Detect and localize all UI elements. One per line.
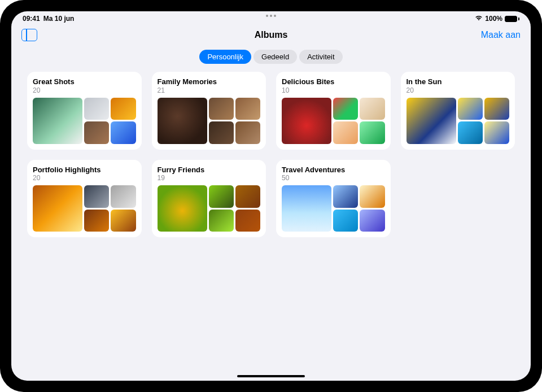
thumbnail-image (333, 210, 358, 232)
ipad-frame: 09:41 Ma 10 jun 100% Albums Maak aan Pe (0, 0, 542, 392)
thumbnail-image (235, 185, 260, 208)
thumbnail-image (360, 210, 384, 232)
thumbnail-image (84, 210, 109, 232)
thumbnail-image (111, 121, 136, 144)
album-title: Delicious Bites (282, 77, 385, 86)
nav-bar: Albums Maak aan (11, 24, 531, 46)
thumbnail-image (111, 98, 136, 120)
thumbnail-image (333, 98, 358, 120)
tab-personal[interactable]: Persoonlijk (199, 50, 251, 64)
album-card-portfolio-highlights[interactable]: Portfolio Highlights 20 (27, 160, 142, 238)
status-bar: 09:41 Ma 10 jun 100% (11, 11, 531, 24)
thumbnail-image (235, 121, 260, 144)
thumbnail-image (158, 185, 207, 232)
album-card-delicious-bites[interactable]: Delicious Bites 10 (276, 72, 391, 150)
album-thumbnails (158, 98, 261, 144)
album-title: In the Sun (406, 77, 510, 86)
thumbnail-image (360, 121, 384, 144)
home-indicator[interactable] (237, 375, 305, 377)
tab-shared[interactable]: Gedeeld (253, 50, 297, 64)
album-title: Furry Friends (158, 165, 261, 175)
segmented-control: Persoonlijk Gedeeld Activiteit (199, 50, 342, 64)
battery-icon (505, 16, 519, 22)
album-thumbnails (282, 98, 385, 144)
segmented-control-row: Persoonlijk Gedeeld Activiteit (11, 46, 531, 72)
thumbnail-image (484, 121, 509, 144)
thumbnail-image (406, 98, 456, 144)
screen: 09:41 Ma 10 jun 100% Albums Maak aan Pe (11, 11, 531, 381)
album-card-great-shots[interactable]: Great Shots 20 (27, 72, 142, 150)
thumbnail-image (209, 210, 234, 232)
thumbnail-image (209, 98, 234, 120)
page-title: Albums (255, 30, 288, 40)
album-thumbnails (33, 98, 136, 144)
thumbnail-image (282, 98, 331, 144)
thumbnail-image (111, 210, 136, 232)
album-card-in-the-sun[interactable]: In the Sun 20 (401, 72, 515, 150)
album-card-furry-friends[interactable]: Furry Friends 19 (152, 160, 266, 238)
thumbnail-image (33, 98, 82, 144)
album-count: 50 (282, 174, 385, 182)
thumbnail-image (84, 185, 109, 208)
thumbnail-image (111, 185, 136, 208)
album-title: Great Shots (33, 77, 136, 86)
thumbnail-image (360, 185, 384, 208)
album-title: Travel Adventures (282, 165, 385, 175)
album-count: 20 (33, 86, 136, 94)
tab-activity[interactable]: Activiteit (299, 50, 342, 64)
thumbnail-image (360, 98, 384, 120)
thumbnail-image (484, 98, 509, 120)
battery-percent: 100% (485, 15, 502, 23)
content-area: Great Shots 20 Family Memories 21 (11, 72, 531, 381)
thumbnail-image (333, 185, 358, 208)
thumbnail-image (84, 98, 109, 120)
album-count: 20 (33, 174, 136, 182)
status-time: 09:41 (23, 15, 40, 23)
album-title: Family Memories (158, 77, 261, 86)
album-thumbnails (33, 185, 136, 232)
thumbnail-image (235, 98, 260, 120)
thumbnail-image (209, 185, 234, 208)
album-thumbnails (406, 98, 510, 144)
multitask-indicator[interactable] (266, 15, 276, 17)
album-thumbnails (158, 185, 261, 232)
thumbnail-image (282, 185, 331, 232)
thumbnail-image (458, 121, 483, 144)
thumbnail-image (33, 185, 82, 232)
album-count: 10 (282, 86, 385, 94)
thumbnail-image (235, 210, 260, 232)
thumbnail-image (84, 121, 109, 144)
album-count: 19 (158, 174, 261, 182)
create-button[interactable]: Maak aan (481, 30, 521, 40)
album-card-travel-adventures[interactable]: Travel Adventures 50 (276, 160, 391, 238)
album-card-family-memories[interactable]: Family Memories 21 (152, 72, 266, 150)
thumbnail-image (209, 121, 234, 144)
sidebar-toggle-button[interactable] (21, 29, 37, 41)
album-thumbnails (282, 185, 385, 232)
album-count: 21 (158, 86, 261, 94)
album-grid: Great Shots 20 Family Memories 21 (27, 72, 515, 237)
wifi-icon (475, 15, 483, 23)
album-count: 20 (406, 86, 510, 94)
status-date: Ma 10 jun (43, 15, 75, 23)
thumbnail-image (333, 121, 358, 144)
album-title: Portfolio Highlights (33, 165, 136, 175)
thumbnail-image (158, 98, 207, 144)
thumbnail-image (458, 98, 483, 120)
